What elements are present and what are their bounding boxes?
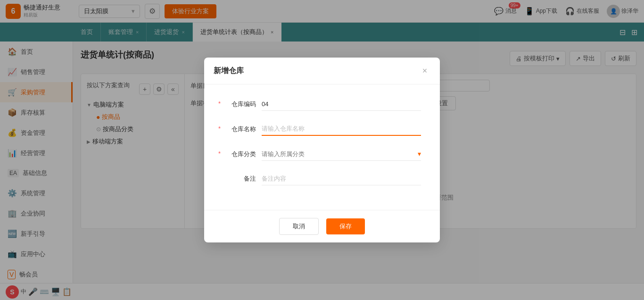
cancel-button[interactable]: 取消 [279,218,319,235]
category-input[interactable] [262,150,418,158]
modal-footer: 取消 保存 [204,210,440,242]
name-label: 仓库名称 [223,125,256,133]
form-row-note: 备注 [223,172,421,185]
code-input[interactable] [262,98,421,111]
name-input[interactable] [262,122,421,136]
category-label: 仓库分类 [223,150,256,158]
note-label: 备注 [223,175,256,183]
modal-body: 仓库编码 仓库名称 仓库分类 ▾ 备注 [204,84,440,210]
category-select-row[interactable]: ▾ [262,147,421,161]
category-dropdown-icon: ▾ [418,150,421,158]
save-button[interactable]: 保存 [326,218,365,234]
modal-header: 新增仓库 × [204,58,440,84]
modal-close-button[interactable]: × [419,65,430,76]
form-row-name: 仓库名称 [223,122,421,136]
modal-overlay[interactable]: 新增仓库 × 仓库编码 仓库名称 仓库分类 ▾ [0,0,644,300]
form-row-code: 仓库编码 [223,98,421,111]
new-warehouse-modal: 新增仓库 × 仓库编码 仓库名称 仓库分类 ▾ [204,58,440,242]
note-input[interactable] [262,172,421,185]
modal-title: 新增仓库 [214,66,244,76]
code-label: 仓库编码 [223,100,256,108]
form-row-category: 仓库分类 ▾ [223,147,421,161]
